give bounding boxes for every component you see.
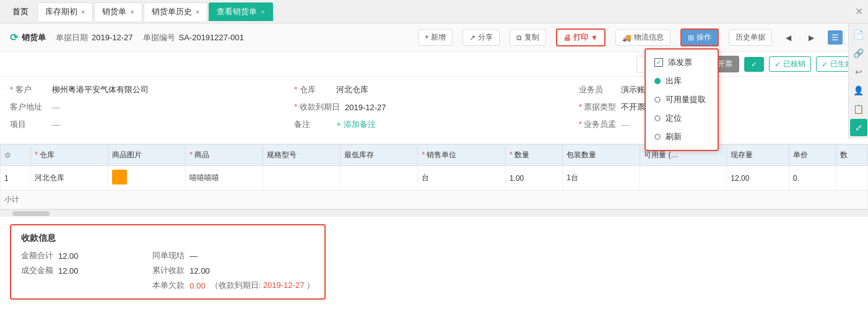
cumulative-row: 累计收款 12.00 — [152, 265, 315, 276]
cell-price: 0. — [789, 166, 836, 191]
close-icon[interactable]: × — [261, 8, 264, 15]
col-amount: 数 — [836, 145, 867, 166]
next-button[interactable]: ▶ — [805, 31, 818, 45]
note-field: 备注 + 添加备注 — [294, 119, 573, 130]
share-icon: ↗ — [469, 33, 475, 42]
col-min-stock: 最低库存 — [341, 145, 418, 166]
tab-sales-history[interactable]: 销货单历史 × — [144, 2, 207, 21]
history-button[interactable]: 历史单据 — [729, 29, 772, 46]
transaction-row: 成交金额 12.00 — [21, 265, 140, 276]
cumulative-label: 累计收款 — [152, 265, 184, 276]
tab-home[interactable]: 首页 — [5, 2, 36, 21]
sidebar-list-icon[interactable]: 📋 — [850, 100, 867, 118]
check-button[interactable]: ✓ — [744, 57, 764, 72]
owed-value: 0.00 — [189, 281, 205, 290]
col-gear: ⚙ — [1, 145, 31, 166]
address-field: 客户地址 — — [10, 102, 289, 113]
form-row-3: 项目 — 备注 + 添加备注 业务员孟 — — [10, 119, 858, 130]
logistics-icon: 🚚 — [622, 33, 631, 42]
menu-item-available-qty[interactable]: 可用量提取 — [646, 90, 718, 109]
col-stock: 现存量 — [727, 145, 789, 166]
col-spec: 规格型号 — [263, 145, 341, 166]
check-icon: ✓ — [751, 60, 757, 69]
sidebar-doc-icon[interactable]: 📄 — [850, 26, 867, 43]
same-order-label: 同单现结 — [152, 250, 184, 261]
total-value: 12.00 — [58, 251, 79, 261]
owed-row: 本单欠款 0.00 （收款到期日: 2019-12-27 ） — [152, 280, 315, 291]
copy-button[interactable]: ⧉ 复制 — [510, 29, 546, 46]
date-field: 单据日期 2019-12-27 — [56, 32, 133, 43]
operations-dropdown[interactable]: ⊞ 操作 ✓ 添发票 出库 可用量提取 — [680, 28, 719, 46]
sidebar-expand-icon[interactable]: ⤢ — [850, 119, 867, 136]
operations-button[interactable]: ⊞ 操作 — [680, 28, 719, 46]
col-product: 商品 — [186, 145, 263, 166]
cell-available — [640, 166, 727, 191]
right-sidebar: 📄 🔗 ↩ 👤 📋 ⤢ — [848, 24, 868, 139]
owed-date: 2019-12-27 — [263, 280, 305, 290]
print-button[interactable]: 🖨 打印 ▼ — [556, 28, 605, 46]
add-note-button[interactable]: + 添加备注 — [336, 119, 375, 130]
check-circle-icon: ✓ — [775, 60, 781, 69]
project-field: 项目 — — [10, 119, 289, 130]
number-field: 单据编号 SA-20191227-001 — [143, 32, 245, 43]
transaction-label: 成交金额 — [21, 265, 53, 276]
share-button[interactable]: ↗ 分享 — [462, 29, 500, 46]
payment-grid: 金额合计 12.00 同单现结 — 成交金额 12.00 累计收款 12.00 … — [21, 250, 315, 291]
operations-menu: ✓ 添发票 出库 可用量提取 定位 刷新 — [644, 48, 719, 151]
list-view-button[interactable]: ☰ — [828, 30, 843, 45]
sold-badge: ✓ 已核销 — [769, 56, 811, 72]
cumulative-value: 12.00 — [189, 266, 210, 276]
tab-view-sales[interactable]: 查看销货单 × — [209, 2, 272, 21]
radio-icon-selected — [654, 78, 661, 84]
payment-section: 收款信息 金额合计 12.00 同单现结 — 成交金额 12.00 累计收款 1… — [10, 224, 326, 300]
menu-item-locate[interactable]: 定位 — [646, 109, 718, 128]
table-row: 1 河北仓库 嘻嘻嘻嘻 台 1.00 1台 12.00 0. — [1, 166, 868, 191]
col-warehouse: 仓库 — [31, 145, 108, 166]
cell-spec — [263, 166, 341, 191]
new-button[interactable]: + 新增 — [418, 29, 453, 46]
warehouse-field: 仓库 河北仓库 — [294, 84, 573, 95]
sidebar-undo-icon[interactable]: ↩ — [850, 63, 867, 80]
form-row-2: 客户地址 — 收款到期日 2019-12-27 票据类型 不开票 — [10, 102, 858, 113]
cell-pkg-qty: 1台 — [563, 166, 640, 191]
payment-total-row: 金额合计 12.00 — [21, 250, 140, 261]
tab-inventory[interactable]: 库存期初 × — [37, 2, 93, 21]
col-pkg-qty: 包装数量 — [563, 145, 640, 166]
sidebar-link-icon[interactable]: 🔗 — [850, 45, 867, 62]
close-icon[interactable]: × — [196, 8, 199, 15]
menu-item-outbound[interactable]: 出库 — [646, 72, 718, 90]
cell-index: 1 — [1, 166, 31, 191]
checkbox-icon: ✓ — [654, 58, 663, 67]
customer-field: 客户 柳州粤港平安气体有限公司 — [10, 84, 289, 95]
gear-icon: ⚙ — [4, 151, 11, 160]
close-icon[interactable]: × — [81, 8, 85, 15]
col-price: 单价 — [789, 145, 836, 166]
subtotal-label: 小计 — [1, 191, 868, 209]
tab-sales-order[interactable]: 销货单 × — [94, 2, 142, 21]
logistics-button[interactable]: 🚚 物流信息 — [615, 29, 671, 46]
transaction-value: 12.00 — [58, 266, 79, 276]
cell-product: 嘻嘻嘻嘻 — [186, 166, 263, 191]
form-section: 客户 柳州粤港平安气体有限公司 仓库 河北仓库 业务员 演示账号 客户地址 — … — [0, 77, 868, 144]
tab-bar: 首页 库存期初 × 销货单 × 销货单历史 × 查看销货单 × ✕ — [0, 0, 868, 24]
prev-button[interactable]: ◀ — [782, 31, 795, 45]
sidebar-user-icon[interactable]: 👤 — [850, 82, 867, 99]
sales-order-icon: ⟳ — [10, 32, 18, 43]
form-row-1: 客户 柳州粤港平安气体有限公司 仓库 河北仓库 业务员 演示账号 — [10, 84, 858, 95]
col-qty: 数量 — [505, 145, 562, 166]
cell-min-stock — [341, 166, 418, 191]
radio-icon — [654, 97, 661, 103]
secondary-toolbar: 📱 来自手机 ● 未开票 ✓ ✓ 已核销 ✓ 已生效 — [0, 52, 868, 77]
same-order-row: 同单现结 — — [152, 250, 315, 261]
close-icon[interactable]: × — [130, 8, 134, 15]
same-order-value: — — [189, 251, 197, 261]
payment-date-field: 收款到期日 2019-12-27 — [294, 102, 573, 113]
col-unit: 销售单位 — [418, 145, 505, 166]
main-content: ⟳ 销货单 单据日期 2019-12-27 单据编号 SA-20191227-0… — [0, 24, 868, 330]
items-table: ⚙ 仓库 商品图片 商品 规格型号 最低库存 销售单位 数量 包装数量 可用量 … — [0, 144, 868, 209]
window-close-icon[interactable]: ✕ — [855, 6, 863, 17]
menu-item-refresh[interactable]: 刷新 — [646, 128, 718, 146]
menu-item-add-invoice[interactable]: ✓ 添发票 — [646, 53, 718, 72]
cell-warehouse: 河北仓库 — [31, 166, 108, 191]
document-meta: 单据日期 2019-12-27 单据编号 SA-20191227-001 — [56, 32, 408, 43]
